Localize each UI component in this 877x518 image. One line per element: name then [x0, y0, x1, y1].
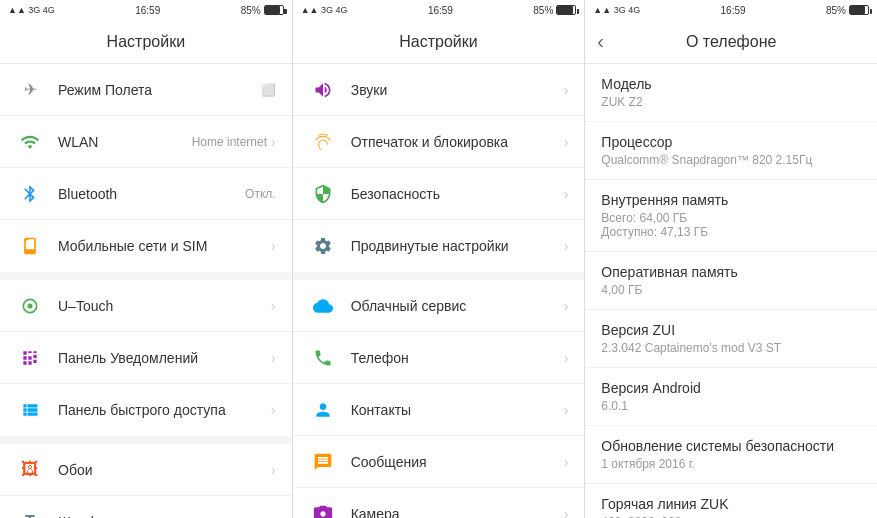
- battery-fill-3: [850, 6, 865, 14]
- back-button[interactable]: ‹: [597, 30, 604, 53]
- battery-bar-1: [264, 5, 284, 15]
- wlan-value: Home internet: [192, 135, 267, 149]
- item-notifications[interactable]: Панель Уведомлений ›: [0, 332, 292, 384]
- about-label-android: Версия Android: [601, 380, 861, 396]
- chevron-wallpaper: ›: [271, 462, 276, 478]
- item-title-fingerprint: Отпечаток и блокировка: [351, 134, 564, 150]
- chevron-cloud: ›: [564, 298, 569, 314]
- item-security[interactable]: Безопасность ›: [293, 168, 585, 220]
- item-right-airplane: ⬜: [261, 83, 276, 97]
- time-1: 16:59: [135, 5, 160, 16]
- status-right-3: 85%: [826, 5, 869, 16]
- item-airplane[interactable]: ✈ Режим Полета ⬜: [0, 64, 292, 116]
- contacts-icon: [309, 396, 337, 424]
- item-camera[interactable]: Камера ›: [293, 488, 585, 518]
- chevron-sms: ›: [564, 454, 569, 470]
- chevron-utouch: ›: [271, 298, 276, 314]
- item-title-notifications: Панель Уведомлений: [58, 350, 271, 366]
- item-contacts[interactable]: Контакты ›: [293, 384, 585, 436]
- item-content-font: Шрифт: [58, 514, 271, 519]
- about-value-security-patch: 1 октября 2016 г.: [601, 457, 861, 471]
- item-cloud[interactable]: Облачный сервис ›: [293, 280, 585, 332]
- about-item-zui[interactable]: Версия ZUI 2.3.042 Captainemo's mod V3 S…: [585, 310, 877, 368]
- time-2: 16:59: [428, 5, 453, 16]
- item-content-advanced: Продвинутые настройки: [351, 238, 564, 254]
- item-sounds[interactable]: Звуки ›: [293, 64, 585, 116]
- item-title-advanced: Продвинутые настройки: [351, 238, 564, 254]
- item-right-utouch: ›: [271, 298, 276, 314]
- chevron-contacts: ›: [564, 402, 569, 418]
- screen-container: ▲▲ 3G 4G 16:59 85% Настройки ✈ Режим Пол…: [0, 0, 877, 518]
- notifications-icon: [16, 344, 44, 372]
- about-value-storage-1: Всего: 64,00 ГБ Доступно: 47,13 ГБ: [601, 211, 861, 239]
- item-content-sim: Мобильные сети и SIM: [58, 238, 271, 254]
- item-advanced[interactable]: Продвинутые настройки ›: [293, 220, 585, 272]
- airplane-toggle: ⬜: [261, 83, 276, 97]
- battery-bar-2: [556, 5, 576, 15]
- time-3: 16:59: [721, 5, 746, 16]
- settings-list-2: Звуки › Отпечаток и блокировка ›: [293, 64, 585, 518]
- item-content-notifications: Панель Уведомлений: [58, 350, 271, 366]
- item-right-contacts: ›: [564, 402, 569, 418]
- item-font[interactable]: T Шрифт ›: [0, 496, 292, 518]
- item-right-sms: ›: [564, 454, 569, 470]
- item-wlan[interactable]: WLAN Home internet ›: [0, 116, 292, 168]
- item-title-sim: Мобильные сети и SIM: [58, 238, 271, 254]
- item-title-bluetooth: Bluetooth: [58, 186, 245, 202]
- item-quickaccess[interactable]: Панель быстрого доступа ›: [0, 384, 292, 436]
- status-bar-3: ▲▲ 3G 4G 16:59 85%: [585, 0, 877, 20]
- about-item-hotline[interactable]: Горячая линия ZUK 400–8828–228: [585, 484, 877, 518]
- about-item-security-patch[interactable]: Обновление системы безопасности 1 октябр…: [585, 426, 877, 484]
- font-icon: T: [16, 508, 44, 519]
- item-right-notifications: ›: [271, 350, 276, 366]
- about-value-processor: Qualcomm® Snapdragon™ 820 2.15Гц: [601, 153, 861, 167]
- status-left-3: ▲▲ 3G 4G: [593, 5, 640, 15]
- about-value-android: 6.0.1: [601, 399, 861, 413]
- item-right-sounds: ›: [564, 82, 569, 98]
- about-label-security-patch: Обновление системы безопасности: [601, 438, 861, 454]
- item-title-phone: Телефон: [351, 350, 564, 366]
- about-label-storage: Внутренняя память: [601, 192, 861, 208]
- title-bar-1: Настройки: [0, 20, 292, 64]
- about-item-processor[interactable]: Процессор Qualcomm® Snapdragon™ 820 2.15…: [585, 122, 877, 180]
- item-content-bluetooth: Bluetooth: [58, 186, 245, 202]
- about-item-ram[interactable]: Оперативная память 4,00 ГБ: [585, 252, 877, 310]
- item-right-sim: ›: [271, 238, 276, 254]
- item-sim[interactable]: Мобильные сети и SIM ›: [0, 220, 292, 272]
- item-wallpaper[interactable]: 🖼 Обои ›: [0, 444, 292, 496]
- item-content-fingerprint: Отпечаток и блокировка: [351, 134, 564, 150]
- item-fingerprint[interactable]: Отпечаток и блокировка ›: [293, 116, 585, 168]
- about-label-processor: Процессор: [601, 134, 861, 150]
- about-label-model: Модель: [601, 76, 861, 92]
- chevron-sim: ›: [271, 238, 276, 254]
- item-bluetooth[interactable]: Bluetooth Откл.: [0, 168, 292, 220]
- cloud-icon: [309, 292, 337, 320]
- chevron-wlan: ›: [271, 134, 276, 150]
- item-content-cloud: Облачный сервис: [351, 298, 564, 314]
- airplane-icon: ✈: [16, 76, 44, 104]
- about-list: Модель ZUK Z2 Процессор Qualcomm® Snapdr…: [585, 64, 877, 518]
- item-content-wlan: WLAN: [58, 134, 192, 150]
- chevron-advanced: ›: [564, 238, 569, 254]
- about-value-zui: 2.3.042 Captainemo's mod V3 ST: [601, 341, 861, 355]
- item-content-phone: Телефон: [351, 350, 564, 366]
- item-sms[interactable]: Сообщения ›: [293, 436, 585, 488]
- about-item-model[interactable]: Модель ZUK Z2: [585, 64, 877, 122]
- about-item-android[interactable]: Версия Android 6.0.1: [585, 368, 877, 426]
- battery-text-3: 85%: [826, 5, 846, 16]
- chevron-fingerprint: ›: [564, 134, 569, 150]
- about-item-storage[interactable]: Внутренняя память Всего: 64,00 ГБ Доступ…: [585, 180, 877, 252]
- signal-icons-3: ▲▲ 3G 4G: [593, 5, 640, 15]
- item-utouch[interactable]: U–Touch ›: [0, 280, 292, 332]
- item-phone[interactable]: Телефон ›: [293, 332, 585, 384]
- settings-group-2-1: Звуки › Отпечаток и блокировка ›: [293, 64, 585, 272]
- item-title-quickaccess: Панель быстрого доступа: [58, 402, 271, 418]
- item-content-sms: Сообщения: [351, 454, 564, 470]
- settings-list-1: ✈ Режим Полета ⬜ WLAN: [0, 64, 292, 518]
- item-title-sounds: Звуки: [351, 82, 564, 98]
- page-title-2: Настройки: [399, 33, 477, 51]
- item-content-camera: Камера: [351, 506, 564, 519]
- signal-icons-1: ▲▲ 3G 4G: [8, 5, 55, 15]
- battery-text-2: 85%: [533, 5, 553, 16]
- page-title-1: Настройки: [107, 33, 185, 51]
